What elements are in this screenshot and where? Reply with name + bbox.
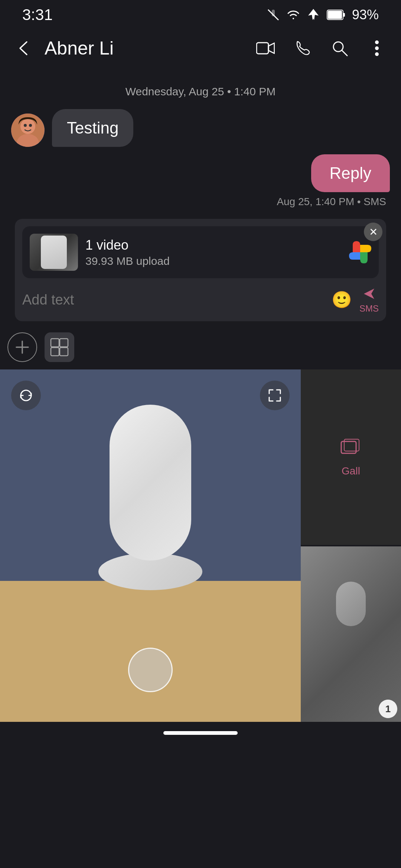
airplane-icon [307,8,320,22]
nav-pill [163,731,238,735]
battery-percent: 93% [352,7,379,23]
svg-rect-19 [60,339,68,347]
top-actions [252,35,390,61]
more-options-button[interactable] [364,35,390,61]
svg-rect-21 [341,441,356,453]
received-bubble: Testing [52,109,133,147]
flip-camera-button[interactable] [11,381,41,410]
nav-bar [0,722,401,744]
svg-rect-18 [51,348,59,356]
google-photos-icon [349,241,371,263]
svg-point-14 [29,124,32,127]
svg-point-13 [24,124,27,127]
sent-text: Reply [330,164,372,182]
thumb-image [301,546,401,722]
top-bar: Abner Li [0,30,401,67]
phone-button[interactable] [290,35,316,61]
svg-rect-4 [257,43,268,54]
svg-rect-3 [343,13,345,17]
status-bar: 3:31 [0,0,401,30]
device-body [110,405,191,560]
search-button[interactable] [327,35,353,61]
send-sms-button[interactable]: SMS [359,286,379,314]
back-button[interactable] [11,35,37,61]
message-area: Wednesday, Aug 25 • 1:40 PM Testing Repl… [0,67,401,215]
svg-point-11 [20,119,35,134]
compose-input[interactable] [22,292,324,308]
svg-rect-20 [60,348,68,356]
contact-name[interactable]: Abner Li [45,37,245,59]
gallery-icon [340,438,362,460]
camera-section: Gall 1 [0,369,401,722]
gallery-label: Gall [342,465,360,477]
upload-size: 39.93 MB upload [85,255,342,267]
shutter-button[interactable] [128,648,173,692]
add-attachment-button[interactable] [7,332,37,362]
battery-icon [327,10,345,20]
wifi-icon [287,8,300,22]
sent-message-container: Reply [11,154,390,192]
svg-line-6 [342,50,347,56]
received-message: Testing [11,109,390,147]
camera-viewfinder [0,369,301,722]
send-icon [361,286,377,302]
received-text: Testing [67,119,118,137]
expand-button[interactable] [260,381,290,410]
camera-subject [110,405,191,620]
bottom-compose-row [0,325,401,369]
message-timestamp: Aug 25, 1:40 PM • SMS [11,196,390,208]
compose-container: 1 video 39.93 MB upload ✕ 🙂 SMS [0,219,401,321]
send-label: SMS [359,303,379,314]
svg-point-9 [375,52,379,56]
compose-area: 1 video 39.93 MB upload ✕ 🙂 SMS [15,219,386,321]
gallery-option[interactable]: Gall [301,369,401,545]
svg-point-8 [375,46,379,50]
status-icons: 93% [267,7,379,23]
mute-icon [267,8,280,22]
upload-thumbnail [30,234,78,271]
close-upload-button[interactable]: ✕ [364,223,382,241]
contact-avatar [11,114,45,147]
svg-point-7 [375,40,379,44]
svg-rect-2 [328,11,342,19]
sent-bubble: Reply [311,154,390,192]
status-time: 3:31 [22,6,53,24]
svg-rect-17 [51,339,59,347]
upload-info: 1 video 39.93 MB upload [85,237,342,267]
upload-title: 1 video [85,237,342,253]
input-row: 🙂 SMS [22,286,379,314]
emoji-button[interactable]: 🙂 [332,290,352,309]
video-call-button[interactable] [252,35,278,61]
upload-card: 1 video 39.93 MB upload ✕ [22,226,379,278]
date-label: Wednesday, Aug 25 • 1:40 PM [11,85,390,98]
gallery-camera-button[interactable] [45,332,74,362]
camera-sidebar: Gall 1 [301,369,401,722]
thumbnail-badge: 1 [379,700,397,718]
camera-thumbnail[interactable]: 1 [301,546,401,722]
